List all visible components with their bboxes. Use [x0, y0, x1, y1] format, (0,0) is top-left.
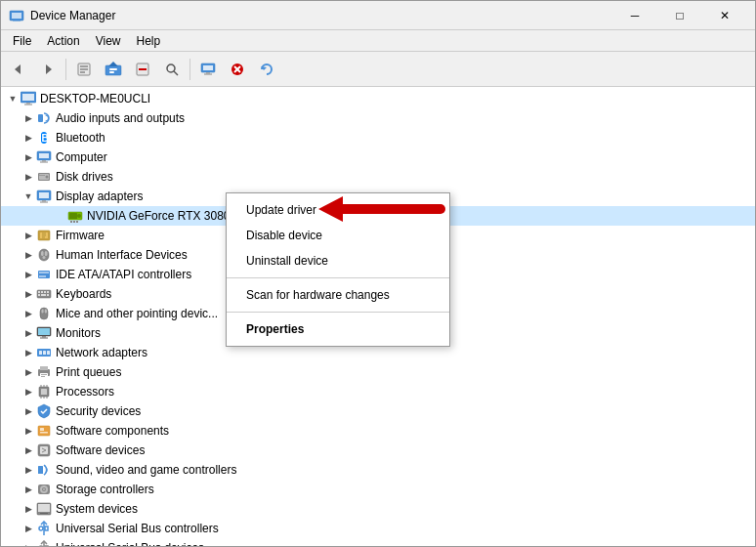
root-label: DESKTOP-ME0UCLI	[40, 92, 150, 105]
svg-rect-110	[38, 504, 50, 512]
software-dev-label: Software devices	[56, 443, 145, 457]
sound-label: Sound, video and game controllers	[56, 463, 236, 477]
context-menu-properties[interactable]: Properties	[227, 316, 449, 342]
refresh-toolbar-button[interactable]	[253, 56, 280, 83]
software-comp-expand[interactable]: ▶	[21, 423, 36, 439]
disk-expand[interactable]: ▶	[21, 169, 36, 185]
tree-item-usb2[interactable]: ▶ Universal Serial Bus devices	[1, 538, 755, 546]
ide-expand[interactable]: ▶	[21, 267, 36, 282]
sound-expand[interactable]: ▶	[21, 462, 36, 478]
tree-item-system[interactable]: ▶ System devices	[1, 499, 755, 519]
svg-rect-90	[41, 389, 47, 395]
svg-rect-42	[39, 192, 49, 198]
tree-item-audio[interactable]: ▶ Audio inputs and outputs	[1, 108, 755, 128]
svg-rect-21	[204, 73, 212, 74]
forward-button[interactable]	[34, 56, 62, 83]
mouse-expand[interactable]: ▶	[21, 306, 36, 321]
svg-rect-83	[47, 351, 50, 355]
svg-rect-48	[70, 221, 72, 223]
scan-toolbar-button[interactable]	[158, 56, 186, 83]
tree-item-storage[interactable]: ▶ Storage controllers	[1, 480, 755, 499]
tree-item-disk[interactable]: ▶ Disk drives	[1, 167, 755, 187]
svg-rect-111	[40, 513, 48, 514]
close-button[interactable]: ✕	[702, 1, 747, 30]
bluetooth-icon: B	[36, 130, 52, 146]
svg-rect-74	[45, 310, 48, 314]
firmware-expand[interactable]: ▶	[21, 228, 36, 243]
tree-item-processor[interactable]: ▶ Processors	[1, 382, 755, 401]
computer-expand[interactable]: ▶	[21, 149, 36, 165]
bluetooth-expand[interactable]: ▶	[21, 130, 36, 146]
system-expand[interactable]: ▶	[21, 501, 36, 517]
tree-item-sound[interactable]: ▶ Sound, video and game controllers	[1, 460, 755, 480]
uninstall-toolbar-button[interactable]	[129, 56, 156, 83]
svg-rect-65	[38, 291, 40, 293]
audio-expand[interactable]: ▶	[21, 110, 36, 126]
menu-view[interactable]: View	[88, 32, 129, 50]
display-expand[interactable]: ▼	[21, 189, 36, 204]
svg-rect-71	[47, 294, 49, 296]
menu-action[interactable]: Action	[39, 32, 87, 50]
svg-rect-43	[42, 200, 46, 202]
remove-toolbar-button[interactable]	[224, 56, 251, 83]
keyboard-expand[interactable]: ▶	[21, 286, 36, 302]
context-menu-uninstall[interactable]: Uninstall device	[227, 248, 449, 274]
svg-rect-63	[39, 275, 46, 277]
svg-point-112	[39, 526, 43, 530]
monitor-expand[interactable]: ▶	[21, 325, 36, 341]
context-menu-disable[interactable]: Disable device	[227, 223, 449, 248]
svg-rect-3	[13, 20, 21, 21]
menu-bar: File Action View Help	[1, 30, 755, 52]
usb2-expand[interactable]: ▶	[21, 540, 36, 546]
security-expand[interactable]: ▶	[21, 403, 36, 419]
processor-icon	[36, 384, 52, 400]
svg-rect-66	[41, 291, 43, 293]
app-icon	[9, 8, 24, 23]
svg-rect-78	[42, 336, 46, 338]
context-menu-sep-1	[227, 277, 449, 278]
svg-rect-87	[41, 374, 47, 375]
context-menu-update-driver[interactable]: Update driver	[227, 197, 449, 223]
print-expand[interactable]: ▶	[21, 364, 36, 380]
root-expand[interactable]: ▼	[5, 91, 21, 106]
svg-point-16	[167, 64, 175, 72]
context-menu: Update driver Disable device Uninstall d…	[226, 192, 450, 347]
menu-help[interactable]: Help	[129, 32, 169, 50]
hid-expand[interactable]: ▶	[21, 247, 36, 263]
menu-file[interactable]: File	[5, 32, 39, 50]
tree-item-usb1[interactable]: ▶ Universal Serial Bus controllers	[1, 519, 755, 538]
properties-toolbar-button[interactable]	[70, 56, 98, 83]
svg-marker-5	[46, 64, 52, 74]
tree-item-software-comp[interactable]: ▶ Software components	[1, 421, 755, 441]
back-button[interactable]	[5, 56, 32, 83]
tree-item-print[interactable]: ▶ Print queues	[1, 362, 755, 382]
system-icon	[36, 501, 52, 517]
update-driver-toolbar-button[interactable]	[100, 56, 127, 83]
storage-label: Storage controllers	[56, 483, 154, 496]
tree-item-bluetooth[interactable]: ▶ B Bluetooth	[1, 128, 755, 147]
context-menu-scan[interactable]: Scan for hardware changes	[227, 282, 449, 308]
software-dev-icon	[36, 442, 52, 458]
tree-item-computer[interactable]: ▶ Computer	[1, 147, 755, 167]
minimize-button[interactable]: ─	[612, 1, 657, 30]
processor-expand[interactable]: ▶	[21, 384, 36, 400]
processor-label: Processors	[56, 385, 114, 399]
window-controls: ─ □ ✕	[612, 1, 747, 30]
display-label: Display adapters	[56, 189, 143, 203]
network-expand[interactable]: ▶	[21, 345, 36, 360]
svg-rect-99	[40, 432, 48, 434]
usb1-expand[interactable]: ▶	[21, 521, 36, 536]
software-dev-expand[interactable]: ▶	[21, 442, 36, 458]
tree-root[interactable]: ▼ DESKTOP-ME0UCLI	[1, 89, 755, 108]
maximize-button[interactable]: □	[657, 1, 702, 30]
svg-marker-4	[15, 64, 21, 74]
storage-icon	[36, 482, 52, 497]
tree-item-software-dev[interactable]: ▶ Software devices	[1, 441, 755, 460]
monitor-icon	[36, 325, 52, 341]
computer-toolbar-button[interactable]	[194, 56, 222, 83]
device-tree-container[interactable]: ▼ DESKTOP-ME0UCLI ▶	[1, 87, 755, 546]
gpu-label: NVIDIA GeForce RTX 3080	[87, 209, 231, 223]
svg-line-17	[174, 71, 178, 75]
tree-item-security[interactable]: ▶ Security devices	[1, 401, 755, 421]
storage-expand[interactable]: ▶	[21, 482, 36, 497]
